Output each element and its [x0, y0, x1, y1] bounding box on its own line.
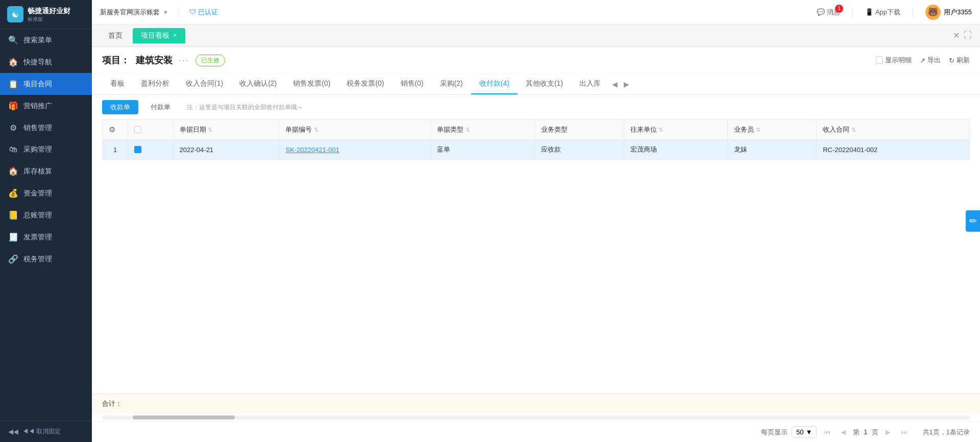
- sidebar-item-label: 发票管理: [23, 233, 52, 242]
- sidebar-item-label: 税务管理: [23, 255, 52, 264]
- th-date[interactable]: 单据日期: [173, 120, 279, 140]
- th-partner-label: 往来单位: [630, 126, 657, 133]
- sidebar-item-inventory[interactable]: 🏠 库存核算: [0, 160, 92, 182]
- gift-icon: 🎁: [8, 101, 18, 111]
- nav-right-arrow[interactable]: ▶: [621, 80, 632, 88]
- sidebar-item-ledger[interactable]: 📒 总账管理: [0, 204, 92, 226]
- scrollbar-thumb[interactable]: [133, 415, 235, 420]
- app-download-label: App下载: [875, 8, 900, 17]
- sidebar-item-label: 库存核算: [23, 167, 52, 176]
- nav-tab-purchase-label: 采购(2): [440, 79, 463, 87]
- user-name: 用户3355: [944, 8, 972, 17]
- nav-tab-kanban[interactable]: 看板: [102, 74, 133, 94]
- nav-left-arrow[interactable]: ◀: [609, 80, 621, 88]
- next-page-button[interactable]: ▶: [883, 427, 894, 437]
- close-window-button[interactable]: ✕: [953, 31, 960, 40]
- th-income-contract-label: 收入合同: [823, 126, 849, 133]
- settings-icon[interactable]: ⚙: [109, 125, 115, 134]
- scrollbar-track[interactable]: [102, 415, 970, 420]
- last-page-button[interactable]: ⏭: [898, 427, 911, 437]
- page-label: 第: [853, 428, 860, 437]
- nav-tab-income-confirm[interactable]: 收入确认(2): [231, 74, 285, 94]
- th-income-contract[interactable]: 收入合同: [817, 120, 970, 140]
- td-number[interactable]: SK-20220421-001: [279, 140, 431, 160]
- table-row[interactable]: 1 2022-04-21 SK-20220421-001 蓝单 应收款 宏茂商场…: [103, 140, 970, 160]
- topbar-divider3: [913, 7, 913, 17]
- select-all-checkbox[interactable]: [134, 126, 141, 133]
- nav-tab-tax-invoice[interactable]: 税务发票(0): [338, 74, 392, 94]
- receipt-icon: 🧾: [8, 232, 18, 242]
- per-page-select[interactable]: 50 ▼: [792, 426, 817, 438]
- message-button[interactable]: 💬 消息 1: [817, 8, 840, 17]
- nav-tab-payment[interactable]: 收付款(4): [471, 74, 518, 94]
- first-page-button[interactable]: ⏮: [821, 427, 834, 437]
- th-number-label: 单据编号: [285, 126, 312, 133]
- th-number[interactable]: 单据编号: [279, 120, 431, 140]
- float-action-button[interactable]: ✏: [966, 210, 980, 232]
- chevron-down-icon: ▼: [805, 428, 812, 436]
- th-checkbox[interactable]: [128, 120, 174, 140]
- account-selector[interactable]: 新服务官网演示账套 ▼: [100, 8, 168, 17]
- close-icon[interactable]: ✕: [173, 32, 177, 39]
- sidebar-item-search[interactable]: 🔍 搜索菜单: [0, 29, 92, 51]
- show-detail-checkbox[interactable]: 显示明细: [876, 56, 912, 65]
- nav-tab-profit[interactable]: 盈利分析: [133, 74, 178, 94]
- sidebar-item-marketing[interactable]: 🎁 营销推广: [0, 95, 92, 117]
- th-salesperson[interactable]: 业务员: [728, 120, 817, 140]
- table-scrollbar[interactable]: [92, 413, 980, 422]
- nav-tab-purchase[interactable]: 采购(2): [432, 74, 471, 94]
- nav-tab-warehouse[interactable]: 出入库: [571, 74, 609, 94]
- nav-tab-sales[interactable]: 销售(0): [393, 74, 432, 94]
- document-number-link[interactable]: SK-20220421-001: [285, 146, 339, 154]
- project-more-button[interactable]: ···: [179, 55, 189, 66]
- app-logo-text: 畅捷通好业财 标准版: [28, 6, 70, 22]
- td-biz-type: 应收款: [534, 140, 624, 160]
- refresh-button[interactable]: ↻ 刷新: [949, 56, 970, 65]
- sidebar-item-tax[interactable]: 🔗 税务管理: [0, 248, 92, 270]
- nav-tab-sales-label: 销售(0): [401, 79, 424, 87]
- contract-icon: 📋: [8, 79, 18, 89]
- sidebar-item-purchase[interactable]: 🛍 采购管理: [0, 139, 92, 160]
- th-type-label: 单据类型: [437, 126, 463, 133]
- sub-tab-receipt[interactable]: 收款单: [102, 100, 138, 114]
- nav-tab-income-contract-label: 收入合同(1): [186, 79, 223, 87]
- sidebar-item-invoice[interactable]: 🧾 发票管理: [0, 226, 92, 248]
- row-checkbox[interactable]: [134, 146, 141, 153]
- sub-tab-payment[interactable]: 付款单: [142, 100, 179, 114]
- nav-tab-payment-label: 收付款(4): [479, 79, 509, 87]
- sidebar-item-contract[interactable]: 📋 项目合同: [0, 73, 92, 95]
- prev-page-button[interactable]: ◀: [838, 427, 849, 437]
- nav-tab-warehouse-label: 出入库: [579, 79, 601, 87]
- nav-tab-income-contract[interactable]: 收入合同(1): [178, 74, 231, 94]
- th-partner[interactable]: 往来单位: [624, 120, 728, 140]
- tax-icon: 🔗: [8, 254, 18, 264]
- home-icon: 🏠: [8, 57, 18, 67]
- nav-tab-other-income[interactable]: 其他收支(1): [518, 74, 571, 94]
- export-button[interactable]: ↗ 导出: [920, 56, 941, 65]
- app-download-button[interactable]: 📱 App下载: [865, 8, 900, 17]
- topbar-divider1: [179, 7, 179, 17]
- td-type: 蓝单: [430, 140, 534, 160]
- sidebar-unpin[interactable]: ◀◀ ◀◀ 取消固定: [0, 421, 92, 442]
- nav-tab-sales-invoice[interactable]: 销售发票(0): [285, 74, 338, 94]
- message-icon: 💬: [817, 8, 825, 16]
- th-type[interactable]: 单据类型: [430, 120, 534, 140]
- tab-project-board[interactable]: 项目看板 ✕: [133, 28, 185, 43]
- checkbox-icon[interactable]: [876, 57, 883, 64]
- user-menu[interactable]: 🐻 用户3355: [925, 5, 972, 20]
- sub-tab-receipt-label: 收款单: [110, 103, 130, 111]
- tab-project-board-label: 项目看板: [141, 31, 169, 40]
- sidebar-item-finance[interactable]: 💰 资金管理: [0, 182, 92, 204]
- maximize-window-button[interactable]: ⛶: [964, 31, 972, 40]
- export-label: 导出: [927, 56, 941, 65]
- th-gear[interactable]: ⚙: [103, 120, 128, 140]
- nav-tab-kanban-label: 看板: [110, 79, 125, 87]
- sidebar-item-quick[interactable]: 🏠 快捷导航: [0, 51, 92, 73]
- tab-home[interactable]: 首页: [100, 28, 131, 43]
- topbar: 新服务官网演示账套 ▼ 🛡 已认证 💬 消息 1 📱 App下载 🐻 用户335…: [92, 0, 980, 24]
- sidebar-item-sales[interactable]: ⚙ 销售管理: [0, 117, 92, 139]
- per-page-label: 每页显示: [761, 428, 788, 437]
- td-checkbox[interactable]: [128, 140, 174, 160]
- gear-icon: ⚙: [8, 123, 18, 133]
- refresh-icon: ↻: [949, 57, 954, 64]
